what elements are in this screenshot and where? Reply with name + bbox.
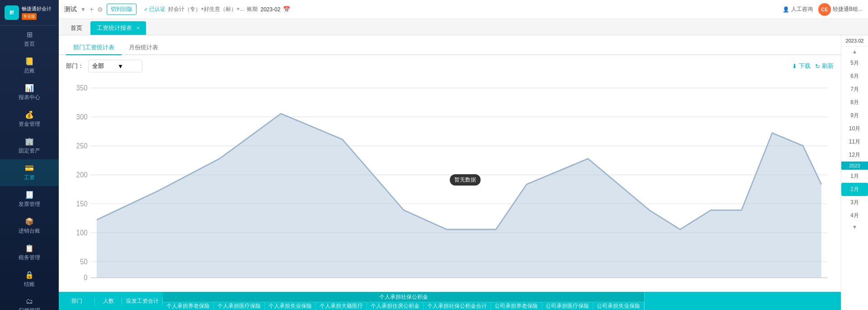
archive-icon: 🗂 bbox=[26, 297, 33, 305]
sidebar-item-label: 固定资产 bbox=[19, 147, 40, 155]
user-name: 轻捷通B组... bbox=[833, 5, 863, 13]
tab-close-icon[interactable]: × bbox=[137, 24, 140, 31]
download-label: 下载 bbox=[799, 62, 811, 70]
header-add-icon[interactable]: + bbox=[90, 5, 94, 14]
month-11[interactable]: 11月 bbox=[841, 135, 868, 148]
logo-badge: 专业版 bbox=[22, 13, 37, 20]
logo-text: 畅捷通好会计 bbox=[22, 5, 52, 12]
home-icon: ⊞ bbox=[27, 30, 33, 39]
month-3[interactable]: 3月 bbox=[841, 196, 868, 209]
sidebar-logo: 财 畅捷通好会计 专业版 bbox=[0, 0, 59, 26]
col-headcount: 人数 bbox=[95, 297, 122, 305]
sub-tab-dept[interactable]: 部门工资统计表 bbox=[66, 41, 122, 55]
year-2023: 2023 bbox=[841, 162, 868, 170]
funds-icon: 💰 bbox=[25, 110, 34, 119]
sidebar-item-purchase[interactable]: 📦 进销台账 bbox=[0, 213, 59, 239]
month-7[interactable]: 7月 bbox=[841, 83, 868, 96]
month-2-active[interactable]: 2月 bbox=[841, 183, 868, 196]
sidebar-item-invoice[interactable]: 🧾 发票管理 bbox=[0, 186, 59, 213]
col-personal-medical: 个人承担医疗保险 bbox=[214, 302, 265, 310]
month-10[interactable]: 10月 bbox=[841, 122, 868, 135]
sidebar-item-ledger[interactable]: 📒 总账 bbox=[0, 52, 59, 79]
svg-text:50: 50 bbox=[80, 258, 88, 265]
user-avatar-menu[interactable]: CE 轻捷通B组... bbox=[818, 3, 863, 16]
calendar-icon[interactable]: 📅 bbox=[283, 6, 290, 13]
col-dept: 部门 bbox=[59, 297, 95, 305]
col-company-medical: 公司承担医疗保险 bbox=[542, 302, 593, 310]
col-personal-unemployment: 个人承担失业保险 bbox=[265, 302, 316, 310]
invoice-icon: 🧾 bbox=[25, 191, 34, 199]
header-dropdown-icon[interactable]: ▼ bbox=[80, 6, 86, 13]
month-9[interactable]: 9月 bbox=[841, 109, 868, 122]
sub-tab-monthly[interactable]: 月份统计表 bbox=[122, 41, 165, 55]
sidebar-item-label: 工资 bbox=[24, 174, 35, 181]
status-period-value: 2023-02 bbox=[260, 6, 280, 13]
right-date-panel: 2023.02 ▲ 5月 6月 7月 8月 9月 10月 11月 12月 202… bbox=[841, 35, 868, 310]
sidebar-item-label: 进销台账 bbox=[19, 227, 40, 235]
month-1[interactable]: 1月 bbox=[841, 170, 868, 183]
tab-salary-report[interactable]: 工资统计报表 × bbox=[90, 21, 146, 35]
date-panel-current: 2023.02 bbox=[841, 35, 868, 47]
svg-text:0: 0 bbox=[84, 274, 87, 281]
refresh-button[interactable]: ↻ 刷新 bbox=[815, 62, 834, 70]
col-personal-total: 个人承担社保公积金合计 bbox=[424, 302, 491, 310]
dept-select-value: 全部 bbox=[92, 62, 104, 70]
assets-icon: 🏢 bbox=[25, 137, 34, 146]
check-icon: ✓ bbox=[144, 6, 148, 13]
header-status: ✓ 已认证 好会计（专）+好生意（标）+... 账期 2023-02 📅 bbox=[144, 5, 290, 13]
switch-old-button[interactable]: 切到旧版 bbox=[107, 4, 137, 15]
header-settings-icon[interactable]: ⚙ bbox=[97, 6, 103, 13]
col-company-unemployment: 公司承担失业保险 bbox=[593, 302, 644, 310]
header: 测试 ▼ + ⚙ 切到旧版 ✓ 已认证 好会计（专）+好生意（标）+... 账期… bbox=[59, 0, 868, 19]
col-personal-big-medical: 个人承担大额医疗 bbox=[316, 302, 367, 310]
sidebar-item-close[interactable]: 🔒 结账 bbox=[0, 266, 59, 293]
svg-text:100: 100 bbox=[76, 229, 88, 237]
header-right: 👤 人工咨询 CE 轻捷通B组... bbox=[783, 3, 863, 16]
group-header: 个人承担社保公积金 bbox=[163, 292, 644, 302]
sidebar-item-salary[interactable]: 💳 工资 bbox=[0, 159, 59, 186]
month-6[interactable]: 6月 bbox=[841, 70, 868, 83]
sidebar-nav: ⊞ 首页 📒 总账 📊 报表中心 💰 资金管理 🏢 固定资产 💳 工资 🧾 发票… bbox=[0, 26, 59, 310]
sidebar-item-label: 总账 bbox=[24, 67, 35, 75]
toolbar: 部门： 全部 ▼ ⬇ 下载 ↻ 刷新 bbox=[59, 55, 841, 77]
content: 部门工资统计表 月份统计表 部门： 全部 ▼ ⬇ 下载 ↻ 刷新 bbox=[59, 35, 868, 310]
dept-label: 部门： bbox=[66, 62, 84, 70]
dept-select[interactable]: 全部 ▼ bbox=[88, 60, 142, 72]
sidebar: 财 畅捷通好会计 专业版 ⊞ 首页 📒 总账 📊 报表中心 💰 资金管理 🏢 固… bbox=[0, 0, 59, 310]
salary-icon: 💳 bbox=[25, 164, 34, 172]
sidebar-item-assets[interactable]: 🏢 固定资产 bbox=[0, 133, 59, 159]
purchase-icon: 📦 bbox=[25, 217, 34, 226]
reports-icon: 📊 bbox=[25, 84, 34, 92]
chart-container: 350 300 250 200 150 100 50 0 暂无数 bbox=[66, 81, 834, 287]
date-panel-up[interactable]: ▲ bbox=[841, 47, 868, 57]
download-button[interactable]: ⬇ 下载 bbox=[792, 62, 811, 70]
sidebar-item-funds[interactable]: 💰 资金管理 bbox=[0, 106, 59, 133]
month-4[interactable]: 4月 bbox=[841, 209, 868, 222]
sidebar-item-reports[interactable]: 📊 报表中心 bbox=[0, 79, 59, 106]
sub-tabs: 部门工资统计表 月份统计表 bbox=[59, 35, 841, 55]
sidebar-item-tax[interactable]: 📋 税务管理 bbox=[0, 239, 59, 266]
chevron-down-icon: ▼ bbox=[118, 63, 123, 70]
sidebar-item-label: 发票管理 bbox=[19, 200, 40, 208]
svg-text:250: 250 bbox=[76, 142, 88, 150]
toolbar-actions: ⬇ 下载 ↻ 刷新 bbox=[792, 62, 834, 70]
human-icon: 👤 bbox=[783, 6, 789, 13]
date-panel-down[interactable]: ▼ bbox=[841, 222, 868, 232]
month-8[interactable]: 8月 bbox=[841, 96, 868, 109]
tab-home[interactable]: 首页 bbox=[64, 21, 89, 35]
sidebar-item-label: 资金管理 bbox=[19, 120, 40, 128]
sidebar-item-home[interactable]: ⊞ 首页 bbox=[0, 26, 59, 52]
sidebar-item-label: 报表中心 bbox=[19, 94, 40, 101]
sidebar-item-label: 结账 bbox=[24, 281, 35, 288]
month-5[interactable]: 5月 bbox=[841, 57, 868, 70]
human-consult-button[interactable]: 👤 人工咨询 bbox=[783, 5, 813, 13]
sidebar-item-label: 归档管理 bbox=[19, 307, 40, 310]
month-12[interactable]: 12月 bbox=[841, 148, 868, 162]
sidebar-item-label: 首页 bbox=[24, 40, 35, 48]
refresh-icon: ↻ bbox=[815, 63, 820, 70]
group-cols: 个人承担养老保险 个人承担医疗保险 个人承担失业保险 个人承担大额医疗 个人承担… bbox=[163, 302, 644, 310]
svg-text:300: 300 bbox=[76, 113, 88, 121]
table-footer: 部门 人数 应发工资合计 个人承担社保公积金 个人承担养老保险 个人承担医疗保险… bbox=[59, 292, 841, 310]
sidebar-item-archive[interactable]: 🗂 归档管理 bbox=[0, 293, 59, 310]
download-icon: ⬇ bbox=[792, 63, 797, 70]
